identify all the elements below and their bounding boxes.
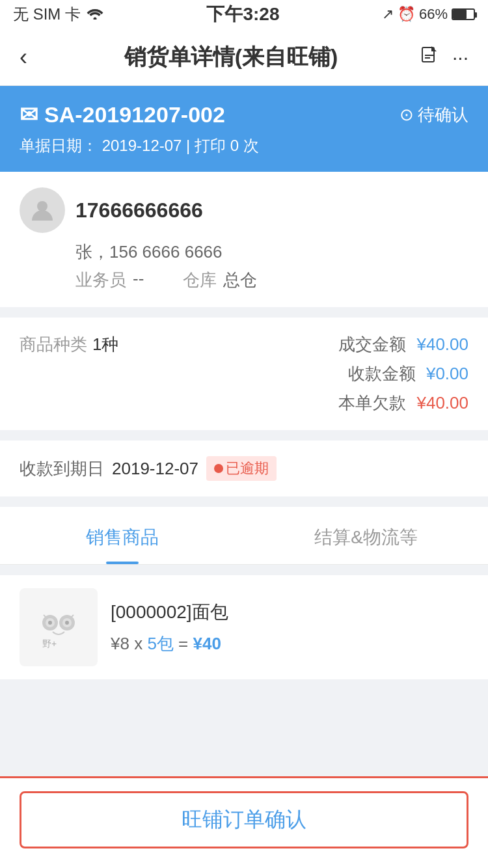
product-info: [0000002]面包 ¥8 x 5包 = ¥40 bbox=[111, 600, 468, 655]
nav-actions: ··· bbox=[403, 45, 468, 69]
svg-point-8 bbox=[65, 621, 69, 625]
due-date-section: 收款到期日 2019-12-07 已逾期 bbox=[0, 441, 488, 496]
sales-rep-label: 业务员 bbox=[75, 269, 126, 292]
tab-settlement[interactable]: 结算&物流等 bbox=[244, 507, 488, 564]
sales-rep-value: -- bbox=[133, 269, 144, 292]
deal-amount-value: ¥40.00 bbox=[416, 334, 468, 355]
more-icon[interactable]: ··· bbox=[452, 46, 468, 68]
product-types-value: 1种 bbox=[92, 333, 118, 356]
amounts-section: 成交金额 ¥40.00 收款金额 ¥0.00 本单欠款 ¥40.00 bbox=[338, 333, 468, 414]
product-image: 野+ bbox=[20, 588, 98, 666]
customer-details-row: 业务员 -- 仓库 总仓 bbox=[75, 269, 468, 292]
multiply-sign: x bbox=[134, 634, 147, 653]
wifi-icon bbox=[86, 5, 104, 23]
status-right: ↗ ⏰ 66% bbox=[382, 6, 475, 23]
received-label: 收款金额 bbox=[348, 362, 416, 385]
product-price-row: ¥8 x 5包 = ¥40 bbox=[111, 632, 468, 655]
overdue-badge: 已逾期 bbox=[206, 456, 277, 481]
order-header-card: ✉ SA-20191207-002 ⊙ 待确认 单据日期： 2019-12-07… bbox=[0, 86, 488, 172]
svg-point-0 bbox=[94, 18, 97, 20]
deal-amount-label: 成交金额 bbox=[338, 333, 406, 356]
status-left: 无 SIM 卡 bbox=[13, 4, 104, 25]
avatar bbox=[20, 187, 65, 233]
owed-label: 本单欠款 bbox=[338, 392, 406, 414]
product-name: [0000002]面包 bbox=[111, 600, 468, 625]
tabs-row: 销售商品 结算&物流等 bbox=[0, 507, 488, 565]
back-button[interactable]: ‹ bbox=[20, 44, 59, 71]
summary-section: 商品种类 1种 成交金额 ¥40.00 收款金额 ¥0.00 本单欠款 ¥40.… bbox=[0, 318, 488, 430]
overdue-dot-icon bbox=[214, 464, 223, 473]
product-section: 野+ [0000002]面包 ¥8 x 5包 = ¥40 bbox=[0, 575, 488, 679]
order-status: ⊙ 待确认 bbox=[400, 103, 468, 126]
svg-point-7 bbox=[48, 621, 52, 625]
customer-section: 17666666666 张，156 6666 6666 业务员 -- 仓库 总仓 bbox=[0, 172, 488, 307]
product-types-row: 商品种类 1种 bbox=[20, 333, 118, 356]
due-date-value: 2019-12-07 bbox=[112, 459, 198, 479]
order-envelope-icon: ✉ bbox=[20, 102, 38, 128]
status-time: 下午3:28 bbox=[206, 2, 279, 27]
battery-percent: 66% bbox=[419, 6, 448, 23]
warehouse-label: 仓库 bbox=[183, 269, 217, 292]
carrier-text: 无 SIM 卡 bbox=[13, 4, 81, 25]
product-total: ¥40 bbox=[193, 634, 221, 653]
battery-icon bbox=[452, 8, 475, 20]
bottom-bar: 旺铺订单确认 bbox=[0, 776, 488, 868]
product-row: 野+ [0000002]面包 ¥8 x 5包 = ¥40 bbox=[20, 588, 468, 666]
confirm-order-button[interactable]: 旺铺订单确认 bbox=[20, 791, 468, 848]
customer-name-row: 张，156 6666 6666 bbox=[75, 241, 468, 264]
tab-sales-product[interactable]: 销售商品 bbox=[0, 507, 244, 564]
owed-value: ¥40.00 bbox=[416, 393, 468, 413]
svg-text:野+: 野+ bbox=[42, 638, 57, 649]
equals-sign: = bbox=[178, 634, 193, 653]
order-date-info: 单据日期： 2019-12-07 | 打印 0 次 bbox=[20, 135, 468, 156]
received-amount-row: 收款金额 ¥0.00 bbox=[348, 362, 468, 385]
nav-bar: ‹ 销货单详情(来自旺铺) ··· bbox=[0, 29, 488, 86]
share-icon[interactable] bbox=[420, 45, 439, 69]
received-value: ¥0.00 bbox=[426, 364, 468, 384]
tabs-section: 销售商品 结算&物流等 bbox=[0, 507, 488, 565]
page-title: 销货单详情(来自旺铺) bbox=[59, 42, 403, 72]
svg-point-2 bbox=[37, 201, 47, 211]
location-icon: ↗ bbox=[382, 6, 394, 23]
alarm-icon: ⏰ bbox=[398, 6, 415, 23]
warehouse-value: 总仓 bbox=[223, 269, 257, 292]
clock-icon: ⊙ bbox=[400, 105, 414, 125]
customer-phone: 17666666666 bbox=[75, 198, 203, 223]
due-date-label: 收款到期日 bbox=[20, 457, 104, 480]
order-number: ✉ SA-20191207-002 bbox=[20, 102, 225, 128]
deal-amount-row: 成交金额 ¥40.00 bbox=[338, 333, 468, 356]
status-bar: 无 SIM 卡 下午3:28 ↗ ⏰ 66% bbox=[0, 0, 488, 29]
product-price: ¥8 bbox=[111, 634, 129, 653]
product-types-label: 商品种类 bbox=[20, 333, 87, 356]
product-qty: 5包 bbox=[147, 634, 173, 653]
owed-amount-row: 本单欠款 ¥40.00 bbox=[338, 392, 468, 414]
overdue-label: 已逾期 bbox=[226, 459, 269, 478]
